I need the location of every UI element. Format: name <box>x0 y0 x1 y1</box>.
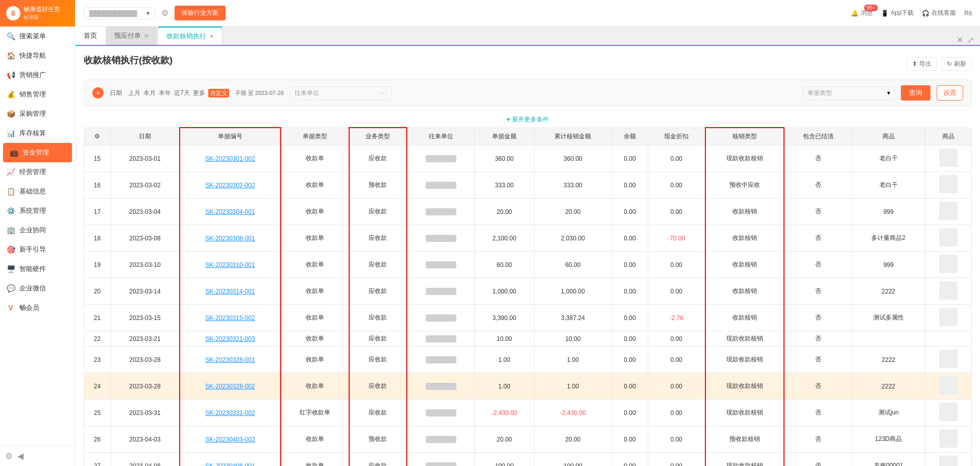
th-settings[interactable]: ⚙ <box>84 128 111 145</box>
sidebar-item-guide[interactable]: 🎯 新手引导 <box>0 240 75 259</box>
close-window-icon[interactable]: ✕ <box>957 35 963 45</box>
td-incl-settled: 否 <box>784 172 852 199</box>
th-accum-amount[interactable]: 累计核销金额 <box>534 128 612 145</box>
sidebar-item-operation[interactable]: 📈 经营管理 <box>0 162 75 182</box>
bill-no-link[interactable]: SK-20230314-001 <box>205 288 255 295</box>
sidebar-item-label: 新手引导 <box>19 245 46 254</box>
message-icon-area[interactable]: 🔔 消息 99+ <box>851 9 873 17</box>
th-verify-type[interactable]: 核销类型 <box>705 128 784 145</box>
sidebar-item-basic[interactable]: 📋 基础信息 <box>0 182 75 201</box>
tab-home[interactable]: 首页 <box>76 27 105 45</box>
td-cash-discount: 0.00 <box>648 199 705 225</box>
td-product-img <box>925 199 971 225</box>
collapse-icon[interactable]: ◀ <box>17 451 23 461</box>
td-date: 2023-04-03 <box>111 426 180 453</box>
bill-no-link[interactable]: SK-20230310-001 <box>205 261 255 268</box>
date-7days[interactable]: 近7天 <box>174 89 190 97</box>
product-thumbnail <box>939 350 958 368</box>
td-product <box>852 331 925 347</box>
th-amount[interactable]: 单据金额 <box>475 128 534 145</box>
bill-no-link[interactable]: SK-20230301-002 <box>205 155 255 162</box>
date-this-month[interactable]: 本月 <box>143 89 156 97</box>
sidebar-item-hardware[interactable]: 🖥️ 智能硬件 <box>0 259 75 279</box>
maximize-icon[interactable]: ⤢ <box>967 35 974 45</box>
settings-bottom-icon[interactable]: ⚙ <box>5 451 12 461</box>
bill-no-link[interactable]: SK-20230403-002 <box>205 436 255 443</box>
td-bill-no: SK-20230315-002 <box>180 305 281 331</box>
th-incl-settled[interactable]: 包含已结清 <box>784 128 852 145</box>
filter-settings-btn[interactable]: 设置 <box>937 85 963 101</box>
table-row: 17 2023-03-04 SK-20230304-001 收款单 应收款 20… <box>84 199 972 225</box>
th-bill-type[interactable]: 单据类型 <box>281 128 349 145</box>
th-date[interactable]: 日期 <box>111 128 180 145</box>
partner-filter[interactable]: 往来单位 ··· <box>290 86 392 100</box>
sidebar-item-member[interactable]: V 畅会员 <box>0 298 75 317</box>
tab-receipt-close[interactable]: ✕ <box>209 33 214 40</box>
custom-date-badge[interactable]: 自定义 <box>208 89 229 97</box>
sidebar-item-label: 经营管理 <box>19 167 46 177</box>
date-more[interactable]: 更多 <box>193 89 205 97</box>
th-bill-no[interactable]: 单据编号 <box>180 128 281 145</box>
td-partner <box>407 426 475 453</box>
bill-no-link[interactable]: SK-20230302-002 <box>205 182 255 189</box>
app-download-link[interactable]: 📱 App下载 <box>881 9 914 17</box>
account-selector[interactable]: ████████████ ▾ <box>84 7 155 19</box>
sidebar-item-finance[interactable]: 💼 资金管理 <box>3 143 72 162</box>
filter-expand-btn[interactable]: » <box>92 87 104 99</box>
table-row: 16 2023-03-02 SK-20230302-002 收款单 预收款 33… <box>84 172 972 199</box>
bill-no-link[interactable]: SK-20230331-002 <box>205 409 255 416</box>
bill-no-link[interactable]: SK-20230321-003 <box>205 335 255 342</box>
industry-btn[interactable]: 体验行业方案 <box>175 6 226 20</box>
sidebar-item-purchase[interactable]: 📦 采购管理 <box>0 104 75 124</box>
th-product[interactable]: 商品 <box>852 128 925 145</box>
refresh-btn[interactable]: ↻ 刷新 <box>941 57 972 71</box>
sidebar-item-system[interactable]: ⚙️ 系统管理 <box>0 201 75 220</box>
bill-type-filter[interactable]: 单据类型 ▾ <box>803 86 895 100</box>
bill-no-link[interactable]: SK-20230315-002 <box>205 314 255 322</box>
tab-prepay-close[interactable]: ✕ <box>144 33 149 39</box>
td-accum-amount: 20.00 <box>534 199 612 225</box>
expand-label: 展开更多条件 <box>512 116 549 123</box>
bill-no-link[interactable]: SK-20230408-001 <box>205 462 255 467</box>
th-partner[interactable]: 往来单位 <box>407 128 475 145</box>
purchase-icon: 📦 <box>6 109 15 118</box>
chevron-down-icon2: ▾ <box>887 89 890 96</box>
sidebar-item-sales[interactable]: 💰 销售管理 <box>0 85 75 104</box>
user-name[interactable]: Rit <box>964 10 972 17</box>
td-verify-type: 收款核销 <box>705 225 784 252</box>
th-product-img[interactable]: 商品 <box>925 128 971 145</box>
sidebar-item-wechat[interactable]: 💬 企业微信 <box>0 279 75 298</box>
td-product-img <box>925 145 971 172</box>
bill-no-link[interactable]: SK-20230328-002 <box>205 383 255 390</box>
gear-icon[interactable]: ⚙ <box>161 8 168 18</box>
sidebar-item-inventory[interactable]: 📊 库存核算 <box>0 124 75 143</box>
bill-no-link[interactable]: SK-20230328-001 <box>205 356 255 363</box>
bill-no-link[interactable]: SK-20230308-001 <box>205 235 255 242</box>
tab-prepay[interactable]: 预应付单 ✕ <box>106 27 157 45</box>
th-balance[interactable]: 余额 <box>612 128 648 145</box>
product-thumbnail <box>939 429 958 448</box>
td-verify-type: 收款核销 <box>705 252 784 278</box>
bell-icon: 🔔 <box>851 10 859 17</box>
td-product-img <box>925 426 971 453</box>
export-btn[interactable]: ⬆ 导出 <box>906 57 937 71</box>
td-verify-type: 现款收款核销 <box>705 331 784 347</box>
date-this-year[interactable]: 本年 <box>159 89 171 97</box>
sidebar-item-marketing[interactable]: 📢 营销推广 <box>0 65 75 85</box>
online-service-link[interactable]: 🎧 在线客服 <box>922 9 956 17</box>
td-cash-discount: 0.00 <box>648 278 705 305</box>
th-cash-discount[interactable]: 现金折扣 <box>648 128 705 145</box>
bill-no-link[interactable]: SK-20230304-001 <box>205 208 255 215</box>
td-incl-settled: 否 <box>784 199 852 225</box>
partner-value <box>426 182 456 189</box>
expand-more-bar[interactable]: ▾ 展开更多条件 <box>84 112 972 127</box>
sidebar-item-enterprise[interactable]: 🏢 企业协同 <box>0 220 75 240</box>
table-row: 15 2023-03-01 SK-20230301-002 收款单 应收款 36… <box>84 145 972 172</box>
date-last-month[interactable]: 上月 <box>128 89 140 97</box>
partner-value <box>426 261 456 268</box>
sidebar-item-search[interactable]: 🔍 搜索菜单 <box>0 27 75 46</box>
sidebar-item-shortcut[interactable]: 🏠 快捷导航 <box>0 46 75 65</box>
tab-receipt-exec[interactable]: 收款核销执行 ✕ <box>158 27 223 45</box>
th-biz-type[interactable]: 业务类型 <box>349 128 407 145</box>
query-btn[interactable]: 查询 <box>901 85 930 101</box>
